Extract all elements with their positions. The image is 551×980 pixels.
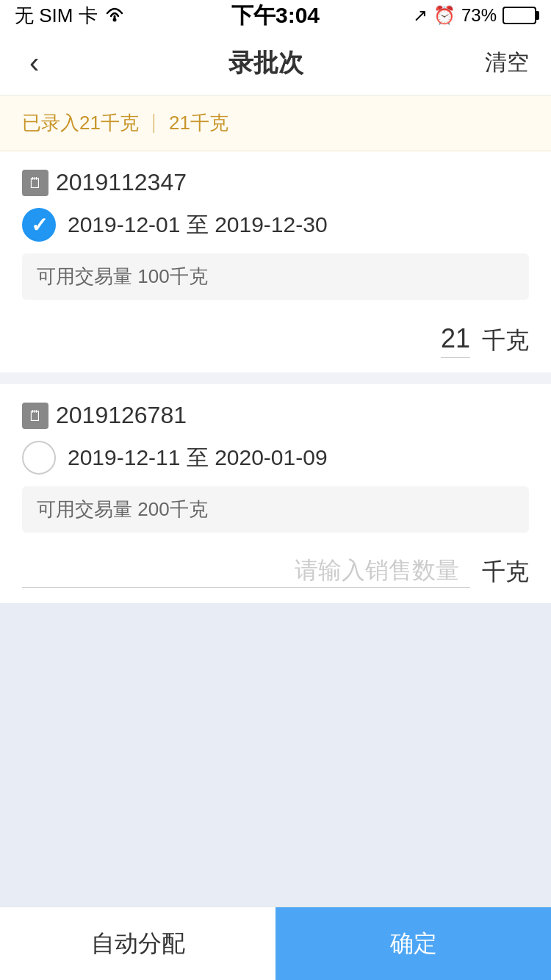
batch-availability-2: 可用交易量 200千克 <box>22 486 529 533</box>
bottom-bar: 自动分配 确定 <box>0 907 551 980</box>
svg-point-0 <box>112 18 116 21</box>
content: 已录入21千克 21千克 🗒 2019112347 ✓ 2019-12-01 至… <box>0 96 551 980</box>
summary-divider <box>154 114 154 133</box>
quantity-unit-1: 千克 <box>482 325 529 357</box>
quantity-value-1: 21 <box>441 323 470 353</box>
input-row-2: 千克 <box>0 544 551 603</box>
summary-bar: 已录入21千克 21千克 <box>0 96 551 151</box>
batch-date-1: 2019-12-01 至 2019-12-30 <box>68 210 328 240</box>
battery-percent: 73% <box>461 5 497 26</box>
status-time: 下午3:04 <box>231 1 320 31</box>
radio-1[interactable]: ✓ <box>22 208 56 242</box>
empty-area <box>0 603 551 912</box>
summary-value: 21千克 <box>169 110 228 136</box>
status-right: ↗ ⏰ 73% <box>413 5 536 26</box>
item-divider <box>0 372 551 384</box>
batch-header-2: 🗒 2019126781 <box>0 384 551 435</box>
quantity-input-wrapper <box>22 557 470 588</box>
check-icon-1: ✓ <box>31 213 48 237</box>
batch-icon-1: 🗒 <box>22 170 48 196</box>
status-bar: 无 SIM 卡 下午3:04 ↗ ⏰ 73% <box>0 0 551 31</box>
input-unit-2: 千克 <box>482 556 529 588</box>
page-title: 录批次 <box>228 46 303 80</box>
batch-item-1: 🗒 2019112347 ✓ 2019-12-01 至 2019-12-30 可… <box>0 151 551 372</box>
auto-distribute-button[interactable]: 自动分配 <box>0 907 276 980</box>
clear-button[interactable]: 清空 <box>485 48 529 78</box>
battery-icon <box>503 7 536 24</box>
summary-label: 已录入21千克 <box>22 110 139 136</box>
quantity-row-1: 21 千克 <box>0 311 551 372</box>
batch-icon-2: 🗒 <box>22 403 48 429</box>
batch-header-1: 🗒 2019112347 <box>0 151 551 202</box>
carrier-text: 无 SIM 卡 <box>15 3 98 29</box>
back-button[interactable]: ‹ <box>22 39 46 87</box>
quantity-input-2[interactable] <box>176 557 470 584</box>
radio-2[interactable] <box>22 441 56 475</box>
quantity-display: 21 <box>441 323 470 358</box>
location-icon: ↗ <box>413 5 428 26</box>
alarm-icon: ⏰ <box>433 5 455 26</box>
batch-id-2: 2019126781 <box>56 402 187 429</box>
batch-date-2: 2019-12-11 至 2020-01-09 <box>68 443 328 473</box>
batch-date-row-1[interactable]: ✓ 2019-12-01 至 2019-12-30 <box>0 202 551 248</box>
wifi-icon <box>104 4 126 27</box>
batch-date-row-2[interactable]: 2019-12-11 至 2020-01-09 <box>0 435 551 480</box>
batch-id-1: 2019112347 <box>56 169 187 196</box>
batch-availability-1: 可用交易量 100千克 <box>22 253 529 300</box>
confirm-button[interactable]: 确定 <box>276 907 551 980</box>
batch-item-2: 🗒 2019126781 2019-12-11 至 2020-01-09 可用交… <box>0 384 551 603</box>
nav-bar: ‹ 录批次 清空 <box>0 31 551 96</box>
status-left: 无 SIM 卡 <box>15 3 126 29</box>
